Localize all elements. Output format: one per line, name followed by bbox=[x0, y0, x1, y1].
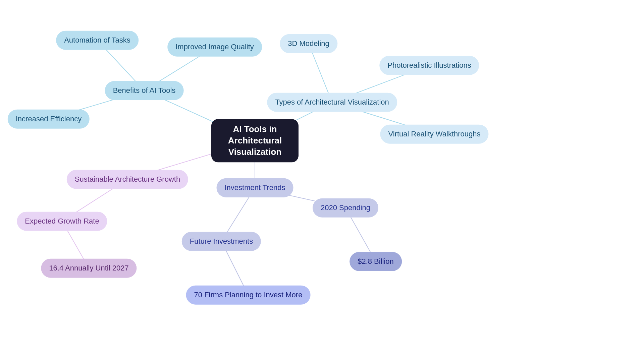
node-firms_70: 70 Firms Planning to Invest More bbox=[186, 286, 311, 305]
node-center: AI Tools in Architectural Visualization bbox=[211, 119, 299, 162]
node-automation: Automation of Tasks bbox=[56, 31, 139, 50]
node-benefits: Benefits of AI Tools bbox=[105, 81, 184, 100]
node-types: Types of Architectural Visualization bbox=[267, 93, 397, 112]
mindmap-container: AI Tools in Architectural VisualizationB… bbox=[0, 0, 644, 363]
node-growth_rate: Expected Growth Rate bbox=[17, 212, 107, 231]
node-annually: 16.4 Annually Until 2027 bbox=[41, 259, 137, 278]
node-efficiency: Increased Efficiency bbox=[8, 110, 90, 129]
node-billion_2_8: $2.8 Billion bbox=[350, 252, 402, 271]
node-vr_walkthroughs: Virtual Reality Walkthroughs bbox=[380, 125, 488, 144]
node-investment: Investment Trends bbox=[217, 178, 293, 197]
node-spending_2020: 2020 Spending bbox=[313, 198, 378, 218]
node-sustainable: Sustainable Architecture Growth bbox=[67, 170, 188, 189]
node-future_invest: Future Investments bbox=[182, 232, 261, 251]
node-photorealistic: Photorealistic Illustrations bbox=[379, 56, 479, 75]
node-modeling_3d: 3D Modeling bbox=[280, 34, 337, 53]
node-image_quality: Improved Image Quality bbox=[167, 38, 262, 57]
